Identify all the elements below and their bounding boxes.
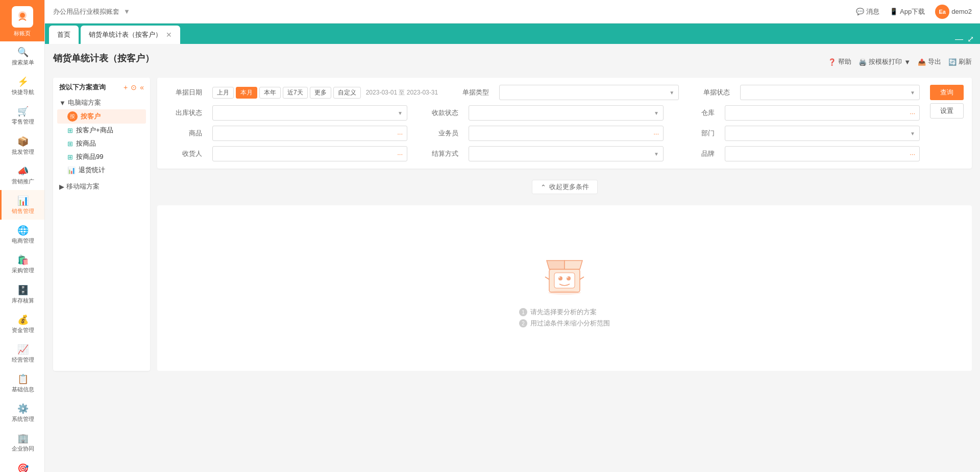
recipient-label: 收货人 bbox=[165, 149, 206, 158]
help-icon: ❓ bbox=[828, 58, 836, 66]
help-button[interactable]: ❓ 帮助 bbox=[828, 57, 851, 66]
sidebar-item-enterprise-label: 企业协同 bbox=[12, 445, 34, 452]
sidebar-item-finance[interactable]: 💰 资金管理 bbox=[0, 309, 44, 339]
date-pills: 上月 本月 本年 近7天 更多 自定义 bbox=[212, 87, 361, 99]
warehouse-select[interactable]: ··· bbox=[725, 105, 920, 121]
tab-minimize-btn[interactable]: — bbox=[955, 35, 963, 44]
tab-maximize-btn[interactable]: ⤢ bbox=[967, 34, 974, 44]
user-name: demo2 bbox=[951, 8, 972, 15]
empty-tips: 1 请先选择要分析的方案 2 用过滤条件来缩小分析范围 bbox=[519, 305, 610, 330]
tree-toggle-icon: ▼ bbox=[59, 99, 66, 107]
date-pill-last-month[interactable]: 上月 bbox=[212, 87, 234, 99]
edit-scheme-icon[interactable]: ⊙ bbox=[131, 83, 137, 91]
tip-num-1: 1 bbox=[519, 308, 527, 316]
sidebar-item-quick[interactable]: ⚡ 快捷导航 bbox=[0, 71, 44, 101]
tree-desktop-section: ▼ 电脑端方案 按 按客户 ⊞ 按客户+商品 ⊞ 按商品 bbox=[57, 96, 146, 177]
print-button[interactable]: 🖨️ 按模板打印 ▼ bbox=[859, 57, 911, 66]
order-status-select[interactable]: ▼ bbox=[740, 85, 920, 100]
sidebar-item-operation-label: 经营管理 bbox=[12, 357, 34, 363]
export-icon: 📤 bbox=[918, 58, 926, 66]
page-content: 销货单统计表（按客户） ❓ 帮助 🖨️ 按模板打印 ▼ 📤 导出 🔄 刷新 bbox=[45, 44, 980, 472]
logo-text: 标账页 bbox=[14, 30, 31, 37]
out-status-arrow: ▼ bbox=[398, 110, 403, 116]
message-button[interactable]: 💬 消息 bbox=[856, 7, 879, 16]
tab-home[interactable]: 首页 bbox=[49, 26, 79, 44]
sidebar-item-purchase[interactable]: 🛍️ 采购管理 bbox=[0, 249, 44, 279]
date-pill-7days[interactable]: 近7天 bbox=[283, 87, 308, 99]
settle-select[interactable]: ▼ bbox=[469, 146, 664, 161]
print-icon: 🖨️ bbox=[859, 58, 867, 66]
app-download-button[interactable]: 📱 App下载 bbox=[890, 7, 925, 16]
dept-select[interactable]: ▼ bbox=[725, 126, 920, 141]
tree-parent-mobile[interactable]: ▶ 移动端方案 bbox=[57, 180, 146, 193]
out-status-select[interactable]: ▼ bbox=[212, 105, 407, 121]
sidebar-item-system[interactable]: ⚙️ 系统管理 bbox=[0, 398, 44, 428]
tree-parent-desktop[interactable]: ▼ 电脑端方案 bbox=[57, 96, 146, 109]
sidebar-item-guide[interactable]: 🎯 新手引导 bbox=[0, 458, 44, 472]
staff-select[interactable]: ··· bbox=[469, 126, 664, 141]
guide-icon: 🎯 bbox=[17, 463, 29, 472]
setting-button[interactable]: 设置 bbox=[930, 103, 964, 119]
user-area[interactable]: Ea demo2 bbox=[935, 5, 972, 19]
sidebar-item-search[interactable]: 🔍 搜索菜单 bbox=[0, 41, 44, 71]
header-right: 💬 消息 📱 App下载 Ea demo2 bbox=[856, 5, 972, 19]
search-icon: 🔍 bbox=[17, 46, 29, 58]
sidebar-item-retail[interactable]: 🛒 零售管理 bbox=[0, 101, 44, 130]
tab-bar-actions: — ⤢ bbox=[949, 34, 980, 44]
recipient-select[interactable]: ··· bbox=[212, 146, 407, 161]
sidebar-item-operation[interactable]: 📈 经营管理 bbox=[0, 339, 44, 368]
empty-icon bbox=[534, 246, 595, 297]
sidebar-item-ecommerce[interactable]: 🌐 电商管理 bbox=[0, 220, 44, 249]
dept-arrow: ▼ bbox=[910, 131, 915, 136]
tree-child-customer[interactable]: 按 按客户 bbox=[57, 109, 146, 124]
date-pill-this-month[interactable]: 本月 bbox=[236, 87, 257, 99]
refresh-button[interactable]: 🔄 刷新 bbox=[948, 57, 972, 66]
receipt-status-arrow: ▼ bbox=[654, 110, 659, 116]
sales-icon: 📊 bbox=[17, 195, 29, 206]
date-pill-more[interactable]: 更多 bbox=[310, 87, 331, 99]
tree-child-product99[interactable]: ⊞ 按商品99 bbox=[57, 150, 146, 163]
brand-select[interactable]: ··· bbox=[725, 146, 920, 161]
product-dots: ··· bbox=[397, 130, 403, 137]
tab-report[interactable]: 销货单统计表（按客户） ✕ bbox=[81, 26, 180, 44]
sidebar-item-enterprise[interactable]: 🏢 企业协同 bbox=[0, 428, 44, 457]
order-type-select[interactable]: ▼ bbox=[499, 85, 679, 100]
finance-icon: 💰 bbox=[17, 314, 29, 325]
add-scheme-icon[interactable]: + bbox=[124, 83, 128, 91]
tree-child-product[interactable]: ⊞ 按商品 bbox=[57, 137, 146, 150]
svg-point-3 bbox=[548, 291, 581, 295]
sidebar-item-inventory[interactable]: 🗄️ 库存核算 bbox=[0, 279, 44, 309]
filter-row-2: 出库状态 ▼ 收款状态 ▼ 仓库 bbox=[165, 105, 920, 121]
sidebar-item-marketing[interactable]: 📣 营销推广 bbox=[0, 160, 44, 190]
export-button[interactable]: 📤 导出 bbox=[918, 57, 941, 66]
page-title: 销货单统计表（按客户） bbox=[53, 52, 154, 64]
sidebar-item-sales[interactable]: 📊 销售管理 bbox=[0, 190, 44, 220]
collapse-panel-icon[interactable]: « bbox=[140, 83, 144, 91]
recipient-dots: ··· bbox=[397, 150, 403, 158]
product-select[interactable]: ··· bbox=[212, 126, 407, 141]
enterprise-icon: 🏢 bbox=[17, 433, 29, 444]
query-button[interactable]: 查询 bbox=[930, 85, 964, 100]
collapse-button[interactable]: ⌃ 收起更多条件 bbox=[532, 180, 598, 194]
sidebar-item-wholesale[interactable]: 📦 批发管理 bbox=[0, 131, 44, 160]
receipt-status-select[interactable]: ▼ bbox=[469, 105, 664, 121]
sidebar-item-ecommerce-label: 电商管理 bbox=[12, 238, 34, 244]
tree-mobile-toggle-icon: ▶ bbox=[59, 183, 64, 191]
date-pill-this-year[interactable]: 本年 bbox=[259, 87, 281, 99]
sidebar-item-basic[interactable]: 📋 基础信息 bbox=[0, 368, 44, 398]
tab-close-icon[interactable]: ✕ bbox=[166, 31, 172, 39]
top-header: 办公用品行业模拟账套 ▼ 💬 消息 📱 App下载 Ea demo2 bbox=[45, 0, 980, 23]
industry-dropdown-icon[interactable]: ▼ bbox=[124, 8, 130, 15]
product-label: 商品 bbox=[165, 129, 206, 138]
date-pill-custom[interactable]: 自定义 bbox=[333, 87, 361, 99]
inventory-icon: 🗄️ bbox=[17, 285, 29, 296]
sidebar-item-retail-label: 零售管理 bbox=[12, 119, 34, 125]
tree-child-return[interactable]: 📊 退货统计 bbox=[57, 163, 146, 177]
right-content: 单据日期 上月 本月 本年 近7天 更多 自定义 bbox=[157, 78, 972, 371]
filter-row-3: 商品 ··· 业务员 ··· 部门 bbox=[165, 126, 920, 141]
order-status-arrow: ▼ bbox=[910, 90, 915, 96]
tree-child-customer-product[interactable]: ⊞ 按客户+商品 bbox=[57, 124, 146, 137]
receipt-status-label: 收款状态 bbox=[422, 108, 462, 117]
sidebar-menu: 🔍 搜索菜单 ⚡ 快捷导航 🛒 零售管理 📦 批发管理 📣 营销推广 📊 销售管… bbox=[0, 41, 44, 472]
quick-icon: ⚡ bbox=[17, 76, 29, 87]
